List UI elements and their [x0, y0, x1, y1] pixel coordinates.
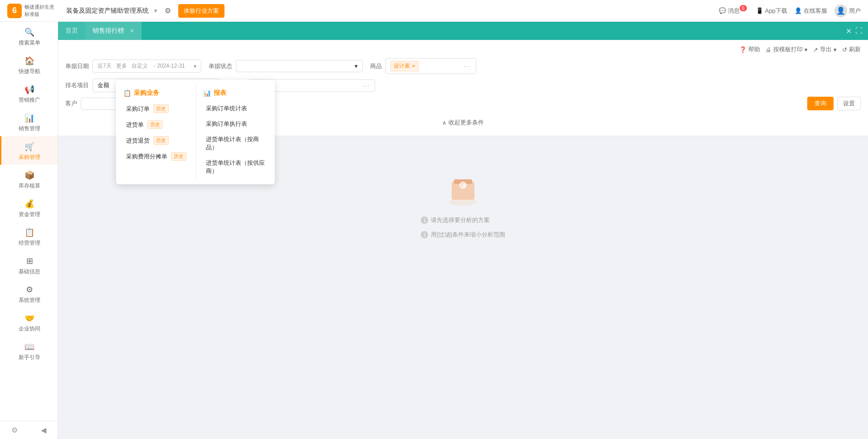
- menu-purchase-order-stats[interactable]: 采购订单统计表: [196, 101, 275, 116]
- purchase-icon: 🛒: [24, 142, 34, 152]
- menu-purchase-order[interactable]: 采购订单 历史: [116, 101, 195, 117]
- user-item[interactable]: 👤 用户: [834, 5, 861, 17]
- sidebar-item-system[interactable]: ⚙ 系统管理: [0, 279, 58, 308]
- online-service-item[interactable]: 👤 在线客服: [795, 7, 827, 15]
- menu-purchase-order-exec[interactable]: 采购订单执行表: [196, 116, 275, 132]
- sidebar-item-guide[interactable]: 📖 新手引导: [0, 336, 58, 365]
- goods-select[interactable]: 设计素 ✕ ···: [385, 58, 476, 74]
- menu-inbound-return[interactable]: 进货退货 历史: [116, 133, 195, 148]
- sidebar-item-sales[interactable]: 📊 销售管理: [0, 108, 58, 136]
- sidebar-label-operation: 经营管理: [19, 239, 40, 247]
- menu-inbound-stats-goods[interactable]: 进货单统计表（按商品）: [196, 132, 275, 155]
- menu-inbound[interactable]: 进货单 历史: [116, 117, 195, 133]
- app-download-item[interactable]: 📱 App下载: [756, 7, 787, 15]
- tab-bar-right: ✕ ⛶: [846, 27, 868, 35]
- operation-icon: 📋: [24, 227, 34, 237]
- svg-point-3: [459, 182, 467, 189]
- export-icon: ↗: [813, 46, 818, 53]
- logo-icon: 6: [7, 4, 22, 18]
- tab-window-close-icon[interactable]: ✕: [846, 27, 852, 35]
- sidebar-label-basic: 基础信息: [19, 268, 40, 276]
- filter-row-1: 单据日期 近7天 更多 自定义 - 2024-12-31 ▾ 单据状态 ▾: [65, 58, 861, 74]
- sidebar-label-inventory: 库存核算: [19, 182, 40, 190]
- staff-more[interactable]: ···: [362, 82, 370, 89]
- sidebar-item-inventory[interactable]: 📦 库存核算: [0, 165, 58, 193]
- goods-more[interactable]: ···: [463, 63, 471, 69]
- history-tag-0: 历史: [153, 104, 169, 113]
- report-section-title: 📊 报表: [196, 85, 275, 101]
- purchase-section: 📋 采购业务 采购订单 历史 进货单 历史 进货退货: [116, 80, 195, 184]
- sidebar-collapse-btn[interactable]: ◀: [41, 426, 46, 434]
- refresh-btn[interactable]: ↺ 刷新: [842, 45, 861, 54]
- settings-icon[interactable]: ⚙: [165, 6, 171, 15]
- avatar: 👤: [834, 5, 847, 17]
- message-item[interactable]: 💬 消息 6: [719, 7, 749, 15]
- sidebar-item-operation[interactable]: 📋 经营管理: [0, 222, 58, 251]
- basic-icon: ⊞: [26, 256, 33, 266]
- date-filter: 单据日期 近7天 更多 自定义 - 2024-12-31 ▾: [65, 59, 201, 73]
- sidebar-label-search: 搜索菜单: [19, 39, 40, 47]
- fund-icon: 💰: [24, 199, 34, 209]
- empty-illustration: !: [443, 168, 483, 209]
- top-bar-right: 💬 消息 6 📱 App下载 👤 在线客服 👤 用户: [719, 5, 861, 17]
- settings-button[interactable]: 设置: [837, 97, 861, 110]
- goods-label: 商品: [370, 62, 382, 70]
- sidebar-label-marketing: 营销推广: [19, 96, 40, 104]
- help-btn[interactable]: ❓ 帮助: [739, 45, 760, 54]
- search-icon: 🔍: [24, 27, 34, 37]
- sidebar-settings-btn[interactable]: ⚙: [11, 426, 18, 434]
- history-tag-1: 历史: [147, 120, 163, 129]
- tab-sales-rank[interactable]: 销售排行榜 ✕: [85, 22, 141, 40]
- inventory-icon: 📦: [24, 170, 34, 180]
- print-dropdown-icon: ▾: [805, 46, 808, 53]
- history-tag-2: 历史: [153, 136, 169, 145]
- empty-tips: 1 请先选择要分析的方案 2 用[过滤]条件来缩小分析范围: [421, 214, 505, 241]
- refresh-icon: ↺: [842, 46, 847, 53]
- sidebar-item-fund[interactable]: 💰 资金管理: [0, 193, 58, 222]
- customer-label: 客户: [65, 99, 77, 108]
- status-select[interactable]: ▾: [236, 60, 363, 72]
- system-icon: ⚙: [26, 285, 33, 295]
- date-label: 单据日期: [65, 62, 89, 70]
- purchase-section-title: 📋 采购业务: [116, 85, 195, 101]
- main-content: ❓ 帮助 🖨 按模板打印 ▾ ↗ 导出 ▾: [58, 40, 868, 439]
- guide-icon: 📖: [24, 342, 34, 352]
- export-btn[interactable]: ↗ 导出 ▾: [813, 45, 837, 54]
- menu-inbound-stats-supplier[interactable]: 进货单统计表（按供应商）: [196, 155, 275, 179]
- query-button[interactable]: 查询: [807, 97, 834, 110]
- industry-button[interactable]: 体验行业方案: [178, 4, 224, 18]
- svg-text:!: !: [461, 183, 463, 188]
- sidebar-label-sales: 销售管理: [19, 125, 40, 133]
- sidebar-label-guide: 新手引导: [19, 354, 40, 361]
- system-dropdown-icon[interactable]: ▾: [154, 7, 157, 14]
- sidebar-item-search[interactable]: 🔍 搜索菜单: [0, 22, 58, 50]
- tab-window-maximize-icon[interactable]: ⛶: [855, 27, 863, 35]
- tab-home[interactable]: 首页: [58, 22, 85, 40]
- message-badge: 6: [740, 5, 747, 11]
- date-select[interactable]: 近7天 更多 自定义 - 2024-12-31 ▾: [93, 59, 201, 73]
- system-title: 装备及固定资产辅助管理系统: [66, 7, 149, 15]
- sidebar-nav: 🔍 搜索菜单 🏠 快捷导航 📢 营销推广 📊 销售管理 🛒 采购管: [0, 22, 58, 421]
- sidebar-item-enterprise[interactable]: 🤝 企业协同: [0, 308, 58, 336]
- print-btn[interactable]: 🖨 按模板打印 ▾: [766, 45, 808, 54]
- message-icon: 💬: [719, 7, 726, 14]
- print-icon: 🖨: [766, 46, 771, 53]
- sidebar-item-purchase[interactable]: 🛒 采购管理: [0, 136, 58, 165]
- status-label: 单据状态: [209, 62, 232, 70]
- purchase-section-icon: 📋: [123, 89, 131, 97]
- sidebar-label-fund: 资金管理: [19, 211, 40, 218]
- sidebar-item-quick-nav[interactable]: 🏠 快捷导航: [0, 50, 58, 79]
- filter-toolbar: ❓ 帮助 🖨 按模板打印 ▾ ↗ 导出 ▾: [65, 45, 861, 54]
- sidebar-bottom: ⚙ ◀: [0, 421, 58, 439]
- menu-purchase-cost[interactable]: 采购费用分摊单 历史: [116, 148, 195, 164]
- sidebar-item-marketing[interactable]: 📢 营销推广: [0, 79, 58, 108]
- history-tag-3: 历史: [171, 152, 186, 161]
- sidebar: 🔍 搜索菜单 🏠 快捷导航 📢 营销推广 📊 销售管理 🛒 采购管: [0, 22, 58, 439]
- sidebar-item-basic[interactable]: ⊞ 基础信息: [0, 251, 58, 279]
- help-icon: ❓: [739, 46, 746, 53]
- status-dropdown-icon: ▾: [355, 63, 358, 69]
- goods-tag-close[interactable]: ✕: [412, 64, 415, 69]
- logo-area: 6 畅捷通好生意 标准版: [7, 4, 57, 18]
- date-dropdown-icon: ▾: [194, 63, 196, 69]
- tab-close-icon[interactable]: ✕: [130, 28, 134, 34]
